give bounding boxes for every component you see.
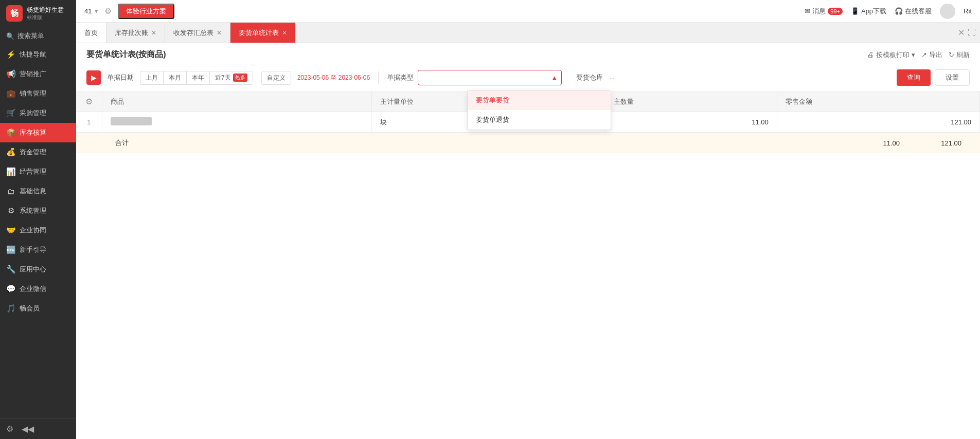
collapse-sidebar-button[interactable]: ◀◀ bbox=[22, 424, 34, 434]
sidebar-item-inventory[interactable]: 📦 库存核算 bbox=[0, 123, 76, 142]
export-button[interactable]: ↗ 导出 bbox=[921, 50, 942, 60]
app-download-button[interactable]: 📱 App下载 bbox=[851, 7, 886, 16]
marketing-icon: 📢 bbox=[6, 69, 15, 79]
tab-receive-summary-label: 收发存汇总表 bbox=[173, 28, 213, 38]
dropdown-item-order-return[interactable]: 要货单退货 bbox=[468, 110, 611, 130]
purchase-icon: 🛒 bbox=[6, 108, 15, 118]
footer-amount: 121.00 bbox=[910, 139, 972, 147]
col-settings-icon[interactable]: ⚙ bbox=[85, 97, 93, 106]
tab-receive-summary-close[interactable]: ✕ bbox=[217, 29, 222, 36]
system-icon: ⚙ bbox=[6, 206, 15, 215]
tab-batch-account-close[interactable]: ✕ bbox=[151, 29, 156, 36]
tab-batch-account-label: 库存批次账 bbox=[115, 28, 148, 38]
sidebar-item-wechat[interactable]: 💬 企业微信 bbox=[0, 279, 76, 299]
tab-home[interactable]: 首页 bbox=[76, 23, 106, 43]
message-label: 消息 bbox=[812, 7, 826, 16]
service-icon: 🎧 bbox=[895, 7, 903, 15]
avatar[interactable] bbox=[940, 4, 955, 19]
sidebar-item-quick-nav[interactable]: ⚡ 快捷导航 bbox=[0, 45, 76, 64]
header-settings-icon[interactable]: ⚙ bbox=[104, 6, 112, 16]
sidebar-item-sales[interactable]: 💼 销售管理 bbox=[0, 84, 76, 103]
row-goods bbox=[102, 112, 371, 133]
sidebar-item-cooperation[interactable]: 🤝 企业协同 bbox=[0, 221, 76, 240]
warehouse-filter-more-icon[interactable]: ··· bbox=[609, 74, 615, 82]
settings-button[interactable]: 设置 bbox=[935, 69, 970, 86]
message-badge: 99+ bbox=[828, 8, 843, 15]
top-header: 41 ▾ ⚙ 体验行业方案 ✉ 消息 99+ 📱 App下载 🎧 在线客服 Ri… bbox=[76, 0, 980, 23]
sidebar-item-guide[interactable]: 🆕 新手引导 bbox=[0, 240, 76, 260]
warehouse-filter-label: 要货仓库 bbox=[576, 73, 603, 82]
row-index: 1 bbox=[76, 112, 102, 133]
search-menu[interactable]: 🔍 搜索菜单 bbox=[0, 27, 76, 45]
page-title: 要货单统计表(按商品) bbox=[86, 49, 166, 60]
tab-expand-icon[interactable]: ⛶ bbox=[968, 28, 976, 38]
date-prev-month[interactable]: 上月 bbox=[140, 71, 163, 85]
filter-expand-button[interactable]: ▶ bbox=[86, 70, 101, 85]
sidebar-item-app-center[interactable]: 🔧 应用中心 bbox=[0, 260, 76, 279]
date-this-year[interactable]: 本年 bbox=[186, 71, 209, 85]
search-icon: 🔍 bbox=[6, 32, 14, 40]
date-last-7days[interactable]: 近7天 热多 bbox=[209, 71, 253, 85]
date-custom-button[interactable]: 自定义 bbox=[261, 71, 291, 85]
sidebar-item-label: 销售管理 bbox=[20, 89, 46, 98]
query-button[interactable]: 查询 bbox=[897, 69, 931, 86]
store-selector[interactable]: 41 ▾ bbox=[84, 7, 98, 15]
sidebar-item-base-info[interactable]: 🗂 基础信息 bbox=[0, 181, 76, 201]
sidebar-item-marketing[interactable]: 📢 营销推广 bbox=[0, 64, 76, 84]
sidebar-item-label: 营销推广 bbox=[20, 69, 46, 79]
tab-close-icon[interactable]: ✕ bbox=[958, 28, 965, 38]
footer-quantity: 11.00 bbox=[848, 139, 910, 147]
type-filter-section: 单据类型 ▲ bbox=[387, 70, 562, 85]
type-filter-input[interactable] bbox=[418, 70, 562, 85]
sidebar-item-finance[interactable]: 💰 资金管理 bbox=[0, 142, 76, 162]
sidebar-item-operations[interactable]: 📊 经营管理 bbox=[0, 162, 76, 181]
cooperation-icon: 🤝 bbox=[6, 226, 15, 235]
print-chevron-icon: ▾ bbox=[912, 51, 915, 59]
table-footer: 合计 11.00 121.00 bbox=[76, 133, 980, 153]
sidebar-item-label: 快捷导航 bbox=[20, 50, 46, 59]
sidebar-item-system[interactable]: ⚙ 系统管理 bbox=[0, 201, 76, 221]
tab-actions: ✕ ⛶ bbox=[954, 23, 980, 43]
filter-separator bbox=[378, 71, 379, 84]
inventory-icon: 📦 bbox=[6, 128, 15, 137]
online-service-button[interactable]: 🎧 在线客服 bbox=[895, 7, 932, 16]
sidebar-item-label: 采购管理 bbox=[20, 108, 46, 118]
date-range-display: 2023-05-06 至 2023-06-06 bbox=[297, 74, 370, 82]
page-content: 要货单统计表(按商品) 🖨 按模板打印 ▾ ↗ 导出 ↻ 刷新 ▶ bbox=[76, 43, 980, 439]
quick-nav-icon: ⚡ bbox=[6, 50, 15, 59]
sidebar-item-member[interactable]: 🎵 畅会员 bbox=[0, 299, 76, 318]
type-dropdown: 要货单要货 要货单退货 bbox=[467, 90, 611, 130]
type-filter-arrow-icon[interactable]: ▲ bbox=[551, 74, 558, 82]
member-icon: 🎵 bbox=[6, 304, 15, 313]
logo-area: 畅 畅捷通好生意 标准版 bbox=[0, 0, 76, 27]
date-this-month[interactable]: 本月 bbox=[163, 71, 186, 85]
page-header: 要货单统计表(按商品) 🖨 按模板打印 ▾ ↗ 导出 ↻ 刷新 bbox=[76, 43, 980, 64]
base-info-icon: 🗂 bbox=[6, 187, 15, 196]
refresh-icon: ↻ bbox=[949, 51, 954, 59]
tab-receive-summary[interactable]: 收发存汇总表 ✕ bbox=[165, 23, 230, 43]
user-name: Rit bbox=[964, 7, 972, 15]
message-button[interactable]: ✉ 消息 99+ bbox=[805, 7, 843, 16]
operations-icon: 📊 bbox=[6, 167, 15, 176]
tab-bar: 首页 库存批次账 ✕ 收发存汇总表 ✕ 要货单统计表 ✕ ✕ ⛶ bbox=[76, 23, 980, 43]
sales-icon: 💼 bbox=[6, 89, 15, 98]
sidebar-item-label: 新手引导 bbox=[20, 245, 46, 254]
tab-order-stats-close[interactable]: ✕ bbox=[282, 29, 287, 36]
refresh-button[interactable]: ↻ 刷新 bbox=[949, 50, 970, 60]
tab-home-label: 首页 bbox=[84, 28, 98, 38]
export-icon: ↗ bbox=[921, 51, 927, 59]
col-quantity: 主数量 bbox=[605, 92, 777, 112]
col-settings[interactable]: ⚙ bbox=[76, 92, 102, 112]
sidebar-nav: ⚡ 快捷导航 📢 营销推广 💼 销售管理 🛒 采购管理 📦 库存核算 💰 资金管… bbox=[0, 45, 76, 418]
sidebar-item-purchase[interactable]: 🛒 采购管理 bbox=[0, 103, 76, 123]
type-filter-label: 单据类型 bbox=[387, 73, 414, 82]
date-options: 上月 本月 本年 近7天 热多 bbox=[140, 71, 253, 85]
dropdown-item-order-goods[interactable]: 要货单要货 bbox=[468, 90, 611, 110]
header-right: ✉ 消息 99+ 📱 App下载 🎧 在线客服 Rit bbox=[805, 4, 972, 19]
tab-order-stats[interactable]: 要货单统计表 ✕ bbox=[230, 23, 296, 43]
settings-footer-button[interactable]: ⚙ bbox=[6, 424, 13, 434]
tab-batch-account[interactable]: 库存批次账 ✕ bbox=[106, 23, 165, 43]
print-button[interactable]: 🖨 按模板打印 ▾ bbox=[867, 50, 915, 60]
app-icon: 📱 bbox=[851, 7, 859, 15]
trial-button[interactable]: 体验行业方案 bbox=[118, 4, 174, 19]
